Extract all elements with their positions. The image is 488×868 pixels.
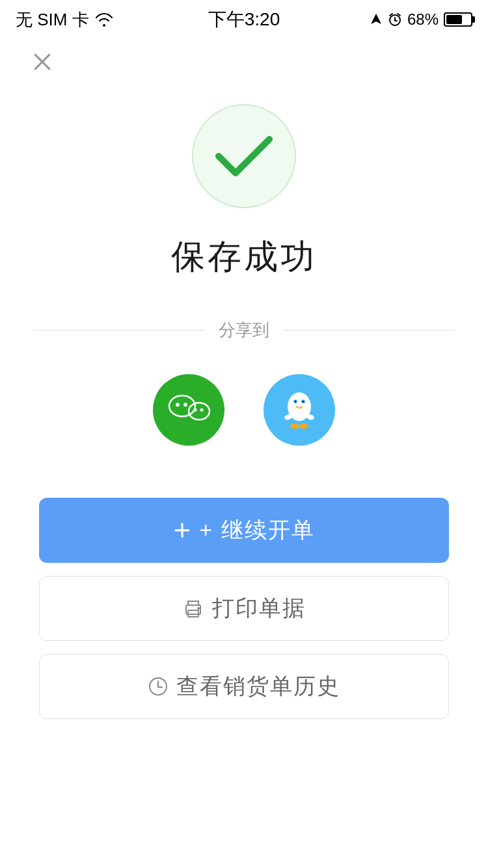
qq-share-button[interactable] — [264, 374, 335, 446]
main-content: 保存成功 分享到 — [0, 39, 488, 719]
qq-icon — [279, 387, 319, 433]
wifi-icon — [94, 12, 114, 27]
continue-label: + 继续开单 — [199, 515, 314, 545]
svg-point-9 — [176, 403, 180, 407]
success-circle — [192, 104, 296, 208]
plus-icon — [173, 521, 191, 539]
history-label: 查看销货单历史 — [176, 671, 340, 701]
status-time: 下午3:20 — [208, 7, 280, 32]
share-label: 分享到 — [219, 319, 269, 342]
action-buttons: + 继续开单 打印单据 查看销 — [33, 498, 455, 719]
battery-box — [444, 12, 472, 27]
svg-point-12 — [200, 409, 204, 412]
svg-point-27 — [197, 607, 200, 610]
svg-point-10 — [183, 403, 187, 407]
share-icons — [153, 374, 335, 446]
svg-point-22 — [299, 424, 308, 429]
close-button[interactable] — [26, 46, 59, 78]
svg-point-17 — [295, 401, 297, 403]
status-left: 无 SIM 卡 — [16, 8, 114, 31]
alarm-icon — [388, 12, 402, 27]
battery-percent: 68% — [407, 10, 439, 29]
wechat-icon — [167, 390, 211, 429]
svg-point-18 — [303, 401, 305, 403]
printer-icon — [182, 599, 204, 618]
continue-button[interactable]: + 继续开单 — [39, 498, 449, 563]
success-title: 保存成功 — [171, 234, 317, 280]
svg-point-11 — [194, 409, 197, 412]
svg-point-21 — [290, 424, 299, 429]
close-icon — [31, 50, 54, 74]
sim-text: 无 SIM 卡 — [16, 8, 89, 31]
location-icon — [370, 12, 383, 27]
print-label: 打印单据 — [212, 593, 306, 623]
status-bar: 无 SIM 卡 下午3:20 68% — [0, 0, 488, 39]
divider-left — [33, 330, 206, 331]
svg-point-14 — [290, 394, 308, 412]
share-section: 分享到 — [33, 319, 455, 342]
battery-fill — [446, 15, 462, 24]
wechat-share-button[interactable] — [153, 374, 224, 446]
checkmark-icon — [215, 133, 273, 180]
clock-icon — [148, 676, 169, 697]
svg-point-8 — [189, 403, 210, 420]
print-button[interactable]: 打印单据 — [39, 576, 449, 641]
divider-right — [282, 330, 455, 331]
status-right: 68% — [370, 10, 472, 29]
battery-container — [444, 12, 472, 27]
history-button[interactable]: 查看销货单历史 — [39, 654, 449, 719]
